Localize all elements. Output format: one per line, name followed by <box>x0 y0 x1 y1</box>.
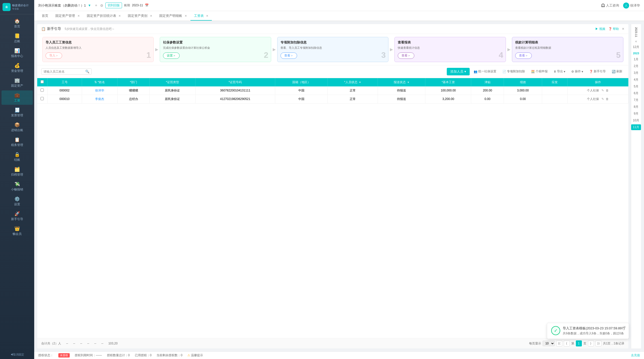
month-10[interactable]: 10月 <box>631 118 641 123</box>
next-page-button[interactable]: ⟩ <box>588 340 594 346</box>
row-2-name-link[interactable]: 李俊杰 <box>95 97 104 101</box>
refresh-button[interactable]: 🔄 刷新 <box>610 68 624 75</box>
help-link[interactable]: ❓ 帮助 <box>608 27 619 31</box>
month-5[interactable]: 5月 <box>631 84 641 89</box>
tab-fixed-category[interactable]: 固定资产类别 ✕ <box>124 12 156 21</box>
step-2-button[interactable]: 设置＞ <box>163 53 180 59</box>
current-page-indicator[interactable]: 1 <box>576 340 582 346</box>
close-guide-button[interactable]: ✕ <box>622 27 624 31</box>
sidebar-item-close[interactable]: 🔒 结账 <box>2 150 33 164</box>
first-page-button[interactable]: ⟨⟨ <box>556 340 562 346</box>
month-3[interactable]: 3月 <box>631 70 641 76</box>
account-settings-icon[interactable]: ⚙ <box>100 4 103 8</box>
row-1-name-link[interactable]: 徐泽华 <box>95 89 104 92</box>
customer-service-button[interactable]: 🎧 人工咨询 <box>601 3 619 8</box>
sidebar-item-payroll[interactable]: 💼 工资 <box>2 90 33 105</box>
charge-link[interactable]: 去充值 <box>631 353 640 357</box>
month-7[interactable]: 7月 <box>631 97 641 103</box>
month-6[interactable]: 6月 <box>631 90 641 96</box>
close-notification-button[interactable]: ✕ <box>623 325 626 329</box>
auth-status-label: 授权状态： <box>38 353 53 357</box>
row-2-edit-icon[interactable]: ✎ <box>601 97 604 101</box>
sidebar-item-ledger[interactable]: 📒 总账 <box>2 31 33 45</box>
row-2-delete-icon[interactable]: 🗑 <box>606 97 609 101</box>
sidebar-item-tax[interactable]: 📋 税务管理 <box>2 135 33 149</box>
close-tab-fixed-detail-icon[interactable]: ✕ <box>185 14 187 17</box>
add-account-button[interactable]: ＋ <box>94 3 98 8</box>
sidebar-label-ledger: 总账 <box>14 39 20 43</box>
operation-button[interactable]: ⚙ 操作 ▾ <box>569 68 585 75</box>
select-all-checkbox[interactable] <box>41 80 44 83</box>
close-tab-fixed-category-icon[interactable]: ✕ <box>150 14 152 17</box>
warn-dot-icon: ⚠ <box>187 353 190 357</box>
sidebar-item-expense[interactable]: 🧾 发票管理 <box>2 105 33 120</box>
video-link[interactable]: ▶ 视频 <box>595 27 605 31</box>
table-row: 000010 李俊杰 总经办 居民身份证 412702198206290521 … <box>37 95 628 103</box>
sidebar-label-expense: 发票管理 <box>11 113 23 118</box>
row-1-social-insurance-link[interactable]: 个人社保 <box>587 89 599 92</box>
sidebar-item-inventory[interactable]: 📦 进销台账 <box>2 120 33 134</box>
step-1-button[interactable]: 导入＞ <box>46 53 62 59</box>
month-8[interactable]: 8月 <box>631 104 641 110</box>
row-1-delete-icon[interactable]: 🗑 <box>606 89 609 92</box>
cancel-fix-button[interactable]: ◀取消固定 <box>3 353 32 356</box>
sidebar-item-member[interactable]: 👑 畅会员 <box>2 224 33 238</box>
close-tab-fixed-assets-icon[interactable]: ✕ <box>77 14 80 17</box>
data-table-wrapper: 工号 ⇅ *姓名 *部门 *证照类型 *证照号码 国籍（地区） *人员状态 ▼ … <box>37 78 628 338</box>
tab-payroll-table[interactable]: 工资表 ✕ <box>190 12 212 21</box>
step-4-desc: 快速查看统计信息 <box>398 46 503 50</box>
sidebar-label-guide: 新手引导 <box>11 217 23 221</box>
sidebar-item-fund[interactable]: 💰 资金管理 <box>2 61 33 75</box>
sidebar-label-member: 畅会员 <box>13 232 22 236</box>
search-icon[interactable]: 🔍 <box>85 70 89 73</box>
close-tab-payroll-table-icon[interactable]: ✕ <box>206 14 208 17</box>
new-guide-button[interactable]: ❓ 新手引导 <box>587 68 608 75</box>
row-1-checkbox[interactable] <box>41 88 44 92</box>
close-tab-fixed-depreciation-icon[interactable]: ✕ <box>118 14 121 17</box>
sidebar-item-small-expense[interactable]: 💸 小畅报销 <box>2 179 33 194</box>
prev-page-button[interactable]: ⟨ <box>564 340 570 346</box>
pagination: 每页显示 10 20 50 ⟨⟨ ⟨ 第 1 页 ⟩ ⟩⟩ 共1页，2条记录 <box>529 340 624 346</box>
add-person-button[interactable]: 添加人员 ▾ <box>447 68 470 75</box>
per-page-select[interactable]: 10 20 50 <box>543 341 555 346</box>
last-page-button[interactable]: ⟩⟩ <box>595 340 601 346</box>
tab-fixed-depreciation[interactable]: 固定资产折旧统计表 ✕ <box>83 12 125 21</box>
month-9[interactable]: 9月 <box>631 111 641 117</box>
tab-fixed-detail[interactable]: 固定资产明细账 ✕ <box>156 12 190 21</box>
sidebar-item-home[interactable]: 🏠 首页 <box>2 16 33 31</box>
tab-home[interactable]: 首页 <box>38 12 52 21</box>
expense-icon: 🧾 <box>14 107 20 113</box>
deduction-button[interactable]: 📄 专项附加扣除 <box>500 68 527 75</box>
sidebar-item-settings[interactable]: ⚙️ 设置 <box>2 194 33 209</box>
tax-report-button[interactable]: 🧮 个税申报 <box>529 68 550 75</box>
period-label: 账期 2023-11 📅 <box>124 3 149 8</box>
row-1-edit-icon[interactable]: ✎ <box>601 89 604 92</box>
social-insurance-button[interactable]: 👥 统一社保设置 <box>472 68 498 75</box>
sidebar-item-report[interactable]: 📊 报表中心 <box>2 46 33 60</box>
month-11[interactable]: 11月 <box>631 124 641 130</box>
topbar: 刘小艳演示账套（勿删勿动！）1 ▼ ＋ ⚙ 切到旧版 账期 2023-11 📅 … <box>34 0 644 11</box>
th-checkbox <box>37 78 47 86</box>
month-4[interactable]: 4月 <box>631 77 641 83</box>
step-3-button[interactable]: 查看＞ <box>280 53 297 59</box>
search-box[interactable]: 🔍 <box>41 68 92 75</box>
expand-icon[interactable]: « <box>635 39 637 43</box>
row-2-social-insurance-link[interactable]: 个人社保 <box>587 97 599 101</box>
sidebar-item-archive[interactable]: 🗂️ 归档管理 <box>2 165 33 179</box>
step-4-button[interactable]: 查看＞ <box>398 53 414 59</box>
search-input[interactable] <box>44 70 85 73</box>
th-id-type: *证照类型 <box>150 78 195 86</box>
row-2-checkbox[interactable] <box>41 97 44 100</box>
sidebar-item-guide[interactable]: 🚀 新手引导 <box>2 209 33 223</box>
tab-fixed-assets[interactable]: 固定资产管理 ✕ <box>52 12 83 21</box>
account-dropdown-icon[interactable]: ▼ <box>88 4 91 7</box>
export-button[interactable]: ⬇ 导出 ▾ <box>552 68 567 75</box>
month-12[interactable]: 12月 <box>631 44 641 50</box>
close-period-icon: 🔒 <box>14 152 20 157</box>
step-5-button[interactable]: 查看＞ <box>515 53 532 59</box>
sidebar-item-fixed[interactable]: 🏢 固定资产 <box>2 76 33 90</box>
month-1[interactable]: 1月 <box>631 57 641 62</box>
calendar-icon[interactable]: 📅 <box>145 4 149 7</box>
switch-old-version-button[interactable]: 切到旧版 <box>105 3 122 8</box>
month-2[interactable]: 2月 <box>631 63 641 69</box>
